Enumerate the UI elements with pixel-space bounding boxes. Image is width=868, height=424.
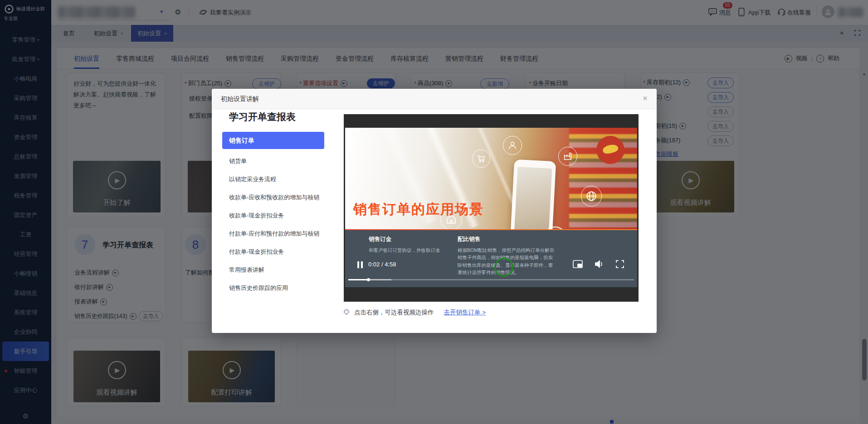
lightbulb-icon bbox=[342, 308, 351, 317]
video-player[interactable]: 销售订单的应用场景 销售订金 和客户签订订货协议，并收取订金 配比销售 根据BO… bbox=[344, 114, 639, 302]
video-time: 0:02 / 4:58 bbox=[368, 261, 396, 268]
menu-item[interactable]: 常用报表讲解 bbox=[229, 266, 264, 274]
globe-icon bbox=[581, 186, 602, 207]
modal-close-icon[interactable]: × bbox=[643, 93, 648, 103]
video-progress-bar[interactable] bbox=[348, 279, 634, 280]
modal-title: 初始设置讲解 bbox=[221, 95, 259, 103]
factory-icon bbox=[558, 147, 577, 166]
menu-item[interactable]: 收款单-现金折扣业务 bbox=[229, 212, 284, 220]
pip-icon[interactable] bbox=[573, 260, 583, 270]
open-sales-order-link[interactable]: 去开销售订单 > bbox=[444, 308, 486, 317]
modal-heading: 学习开单查报表 bbox=[229, 111, 296, 123]
tip-text: 点击右侧，可边看视频边操作 bbox=[354, 308, 434, 317]
modal-tip-row: 点击右侧，可边看视频边操作 去开销售订单 > bbox=[342, 308, 486, 317]
slate-col1-title: 销售订金 bbox=[369, 236, 391, 243]
played-bar bbox=[348, 279, 368, 280]
fullscreen-icon[interactable] bbox=[616, 260, 624, 270]
menu-item[interactable]: 付款单-现金折扣业务 bbox=[229, 248, 284, 256]
menu-item[interactable]: 销售历史价跟踪的应用 bbox=[229, 284, 288, 292]
modal-header bbox=[212, 89, 657, 109]
menu-item[interactable]: 销货单 bbox=[229, 157, 247, 165]
slate-col2-title: 配比销售 bbox=[458, 236, 480, 243]
video-slide-title: 销售订单的应用场景 bbox=[353, 200, 484, 219]
person-icon bbox=[503, 136, 522, 155]
initial-setup-modal: 初始设置讲解 × 学习开单查报表 销售订单 销货单 以销定采业务流程 收款单-应… bbox=[212, 89, 657, 333]
slide-divider bbox=[345, 229, 637, 230]
menu-item[interactable]: 付款单-应付和预付款的增加与核销 bbox=[229, 230, 319, 238]
volume-icon[interactable] bbox=[595, 260, 604, 270]
menu-item-sales-order-selected[interactable]: 销售订单 bbox=[222, 132, 324, 149]
menu-item[interactable]: 收款单-应收和预收款的增加与核销 bbox=[229, 193, 319, 202]
store-sign bbox=[596, 136, 624, 164]
cart-icon bbox=[472, 149, 490, 168]
menu-item[interactable]: 以销定采业务流程 bbox=[229, 175, 276, 183]
buffer-spinner bbox=[494, 258, 513, 277]
slate-col1-body: 和客户签订订货协议，并收取订金 bbox=[369, 246, 444, 254]
app-window: 畅捷通好业财 专业版 零售管理▾ 批发管理▾ 小畅电商 采购管理 库存核算 资金… bbox=[0, 0, 868, 424]
pause-button-icon[interactable] bbox=[357, 261, 363, 268]
